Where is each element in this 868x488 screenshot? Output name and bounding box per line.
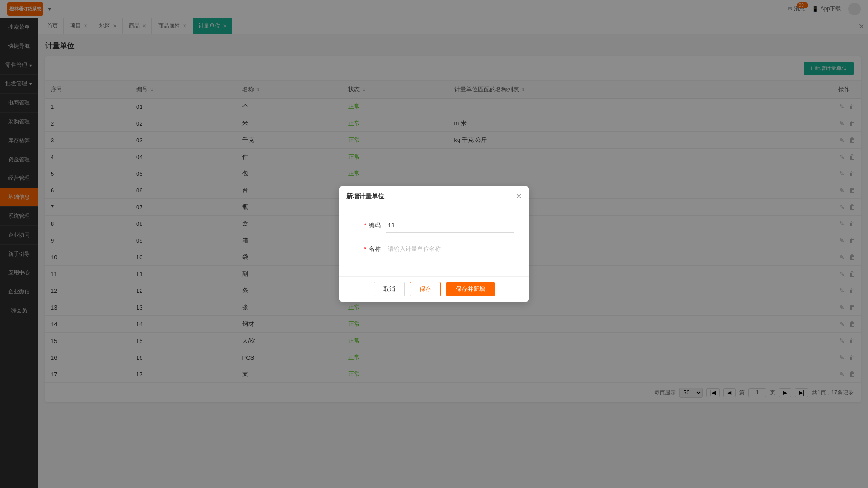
- code-input[interactable]: [386, 218, 514, 233]
- code-label: * 编码: [354, 221, 381, 230]
- save-button[interactable]: 保存: [410, 282, 441, 296]
- form-row-name: * 名称: [354, 242, 514, 256]
- modal-header: 新增计量单位 ✕: [339, 186, 529, 207]
- modal-overlay[interactable]: 新增计量单位 ✕ * 编码 * 名称 取消 保存 保存并新增: [0, 0, 868, 488]
- modal-footer: 取消 保存 保存并新增: [339, 276, 529, 302]
- required-mark: *: [364, 245, 366, 252]
- add-unit-modal: 新增计量单位 ✕ * 编码 * 名称 取消 保存 保存并新增: [339, 186, 529, 302]
- cancel-button[interactable]: 取消: [374, 282, 405, 296]
- name-label: * 名称: [354, 245, 381, 253]
- required-mark: *: [364, 222, 366, 229]
- modal-title: 新增计量单位: [346, 192, 384, 201]
- modal-close-button[interactable]: ✕: [516, 193, 522, 200]
- form-row-code: * 编码: [354, 218, 514, 233]
- name-input[interactable]: [386, 242, 514, 256]
- save-and-new-button[interactable]: 保存并新增: [446, 282, 495, 296]
- modal-body: * 编码 * 名称: [339, 207, 529, 276]
